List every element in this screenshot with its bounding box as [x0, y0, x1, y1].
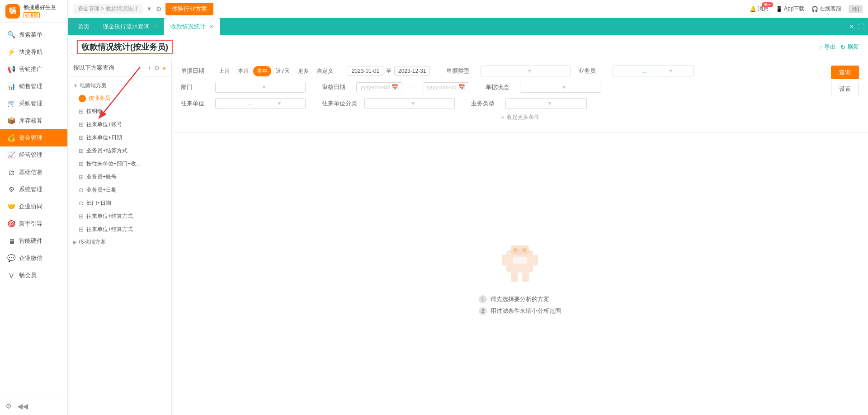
search-icon: 🔍	[7, 31, 15, 39]
tab-home[interactable]: 首页	[71, 18, 96, 35]
tree-item-salesperson[interactable]: ○ 按业务员	[68, 92, 171, 105]
salesperson-select[interactable]: ... ▼	[613, 66, 694, 76]
message-button[interactable]: 🔔 消息 99+	[750, 5, 769, 13]
sidebar-item-quicknav[interactable]: ⚡ 快捷导航	[0, 43, 67, 61]
page-header: 收款情况统计(按业务员) ↑ 导出 ↻ 刷新	[68, 35, 868, 59]
collapse-bar[interactable]: ∧ 收起更多条件	[181, 109, 859, 126]
svg-point-2	[513, 248, 518, 252]
main-content: 收款情况统计(按业务员) ↑ 导出 ↻ 刷新 按以下方案查询 + ⚙ «	[68, 35, 868, 415]
partner-payment1-icon: ⊞	[79, 213, 84, 220]
doc-status-select[interactable]: ▼	[520, 82, 601, 93]
tab-bank-close-icon[interactable]: ✕	[153, 24, 157, 30]
salesperson-more-icon[interactable]: ...	[642, 68, 665, 74]
sidebar-bottom: ⚙ ◀◀	[0, 397, 67, 415]
tree-item-partner-payment2[interactable]: ⊞ 往来单位+结算方式	[68, 223, 171, 236]
tree-item-detail[interactable]: ⊞ 按明细	[68, 105, 171, 118]
partner-date-icon: ⊞	[79, 134, 84, 141]
date-tab-this-year[interactable]: 本年	[253, 66, 271, 76]
date-range: 2023-01-01 至 2023-12-31	[348, 66, 430, 76]
doc-type-select[interactable]: ▼	[481, 66, 571, 76]
quicknav-icon: ⚡	[7, 48, 15, 56]
tree-group-mobile[interactable]: ▶ 移动端方案	[68, 236, 171, 248]
topbar-gear-icon[interactable]: ⚙	[156, 5, 162, 13]
empty-step-2: 2 用过滤条件来缩小分析范围	[479, 307, 561, 315]
tab-collection-close-icon[interactable]: ✕	[209, 24, 213, 30]
sidebar-item-search[interactable]: 🔍 搜索菜单	[0, 26, 67, 43]
tree-item-salesperson-account[interactable]: ⊞ 业务员+账号	[68, 170, 171, 184]
tree-item-partner-date[interactable]: ⊞ 往来单位+日期	[68, 131, 171, 144]
date-tab-custom[interactable]: 自定义	[313, 66, 337, 76]
sidebar-item-inventory[interactable]: 📦 库存核算	[0, 112, 67, 129]
tab-close-all-icon[interactable]: ✕	[849, 23, 854, 30]
dept-dropdown-icon: ▼	[261, 84, 302, 90]
tab-maximize-icon[interactable]: ⛶	[858, 23, 864, 30]
sidebar-item-wechat[interactable]: 💬 企业微信	[0, 250, 67, 267]
svg-rect-7	[511, 273, 518, 282]
date-tab-last-month[interactable]: 上月	[215, 66, 233, 76]
breadcrumb: 资金管理 > 收款情况统计	[73, 4, 143, 14]
user-button[interactable]: Rit	[849, 5, 863, 13]
logo-text: 畅捷通好生意 标准版	[24, 4, 56, 19]
sidebar-item-hardware[interactable]: 🖥 智能硬件	[0, 232, 67, 250]
partner-category-select[interactable]: ▼	[364, 98, 455, 109]
partner-select[interactable]: ... ▼	[215, 98, 306, 109]
basic-icon: 🗂	[7, 168, 15, 176]
partner-more-icon[interactable]: ...	[248, 100, 273, 107]
top-bar-right: 🔔 消息 99+ 📱 App下载 🎧 在线客服 Rit	[750, 5, 863, 13]
tree-item-salesperson-date[interactable]: ⊙ 业务员+日期	[68, 184, 171, 197]
finance-icon: 💰	[7, 134, 15, 142]
service-button[interactable]: 🎧 在线客服	[811, 5, 841, 13]
tree-item-partner-account[interactable]: ⊞ 往来单位+账号	[68, 118, 171, 131]
tab-bank[interactable]: 现金银行流水查询 ✕	[96, 18, 164, 35]
add-scheme-icon[interactable]: +	[148, 64, 151, 71]
dept-date-icon: ⊙	[79, 200, 84, 207]
biz-type-dropdown-icon: ▼	[547, 100, 583, 107]
trial-button[interactable]: 体验行业方案	[165, 3, 213, 15]
sidebar-item-member[interactable]: V 畅会员	[0, 267, 67, 284]
tree-item-partner-dept[interactable]: ⊞ 按往来单位+部门+收...	[68, 157, 171, 170]
settings-scheme-icon[interactable]: ⚙	[154, 64, 160, 71]
corp-icon: 🤝	[7, 203, 15, 211]
salesperson-date-icon: ⊙	[79, 187, 84, 193]
phone-icon: 📱	[776, 6, 783, 12]
sidebar-item-sales[interactable]: 📊 销售管理	[0, 78, 67, 95]
sidebar-item-purchase[interactable]: 🛒 采购管理	[0, 95, 67, 112]
sidebar-logo: 畅 畅捷通好生意 标准版	[0, 0, 67, 23]
sidebar-item-guide[interactable]: 🎯 新手引导	[0, 215, 67, 232]
date-to-input[interactable]: 2023-12-31	[394, 66, 430, 76]
app-download-button[interactable]: 📱 App下载	[776, 5, 804, 13]
audit-to-calendar-icon: 📅	[458, 84, 465, 90]
date-tab-this-month[interactable]: 本月	[234, 66, 252, 76]
breadcrumb-chevron-icon[interactable]: ▼	[146, 5, 152, 12]
sidebar-item-corp[interactable]: 🤝 企业协同	[0, 198, 67, 215]
tree-item-dept-date[interactable]: ⊙ 部门+日期	[68, 197, 171, 210]
salesperson-payment-icon: ⊞	[79, 147, 84, 154]
tree-item-salesperson-payment[interactable]: ⊞ 业务员+结算方式	[68, 144, 171, 157]
settings-button[interactable]: 设置	[831, 82, 859, 96]
tab-collection[interactable]: 收款情况统计 ✕	[164, 18, 220, 35]
sidebar-item-marketing[interactable]: 📢 营销推广	[0, 61, 67, 78]
sidebar-item-system[interactable]: ⚙ 系统管理	[0, 181, 67, 198]
dept-select[interactable]: ▼	[215, 82, 306, 93]
query-button[interactable]: 查询	[831, 66, 859, 79]
date-from-input[interactable]: 2023-01-01	[348, 66, 383, 76]
tree-item-partner-payment1[interactable]: ⊞ 往来单位+结算方式	[68, 210, 171, 223]
message-icon: 🔔	[750, 6, 756, 12]
date-tab-more[interactable]: 更多	[294, 66, 312, 76]
sidebar-item-basic[interactable]: 🗂 基础信息	[0, 164, 67, 181]
settings-bottom-icon[interactable]: ⚙	[5, 402, 12, 410]
refresh-button[interactable]: ↻ 刷新	[840, 43, 859, 51]
audit-date-to[interactable]: yyyy-mm-dd 📅	[423, 82, 469, 92]
collapse-panel-icon[interactable]: «	[163, 65, 166, 71]
collapse-sidebar-icon[interactable]: ◀◀	[17, 402, 28, 410]
doc-status-dropdown-icon: ▼	[561, 84, 597, 90]
audit-date-from[interactable]: yyyy-mm-dd 📅	[356, 82, 402, 92]
date-tab-7days[interactable]: 近7天	[272, 66, 293, 76]
sidebar-item-finance[interactable]: 💰 资金管理	[0, 129, 67, 146]
svg-rect-5	[502, 255, 506, 266]
tree-group-desktop[interactable]: ▼ 电脑端方案	[68, 80, 171, 92]
page-title: 收款情况统计(按业务员)	[77, 40, 173, 54]
biz-type-select[interactable]: ▼	[505, 98, 587, 109]
export-button[interactable]: ↑ 导出	[820, 43, 836, 51]
sidebar-item-operations[interactable]: 📈 经营管理	[0, 146, 67, 164]
